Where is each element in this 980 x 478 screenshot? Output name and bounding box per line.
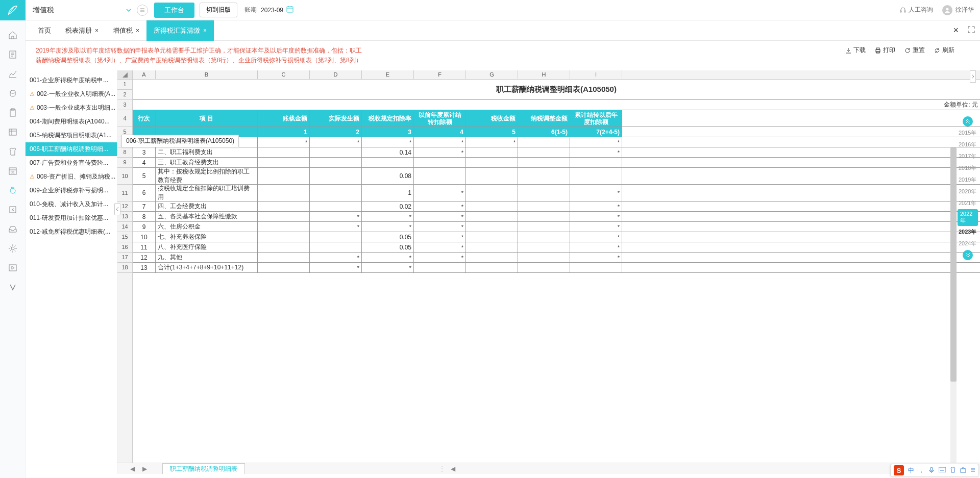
consult-link[interactable]: 人工咨询	[899, 6, 933, 14]
avatar-icon	[942, 5, 952, 15]
tax-type-dropdown[interactable]: 增值税	[33, 6, 132, 15]
feather-icon	[7, 5, 18, 16]
user-menu[interactable]: 徐泽华	[942, 5, 974, 15]
tab-income-tax[interactable]: 所得税汇算清缴×	[146, 20, 214, 21]
period-value: 2023-09	[261, 7, 283, 14]
workspace-button[interactable]: 工作台	[154, 3, 194, 18]
tab-vat[interactable]: 增值税×	[106, 20, 146, 21]
chevron-down-icon	[126, 7, 132, 13]
tab-tax-list[interactable]: 税表清册×	[58, 20, 106, 21]
switch-old-button[interactable]: 切到旧版	[200, 3, 237, 17]
period-label: 账期	[244, 6, 257, 14]
svg-rect-0	[287, 7, 293, 12]
calendar-icon[interactable]	[286, 6, 293, 14]
list-circle-button[interactable]	[137, 5, 148, 16]
list-icon	[139, 7, 145, 13]
app-logo[interactable]	[0, 0, 26, 20]
headset-icon	[899, 7, 906, 14]
tax-type-label: 增值税	[33, 6, 54, 15]
tab-home[interactable]: 首页	[31, 20, 58, 21]
svg-point-1	[946, 8, 949, 10]
header-bar: 增值税 工作台 切到旧版 账期 2023-09 人工咨询 徐泽华	[0, 0, 980, 20]
